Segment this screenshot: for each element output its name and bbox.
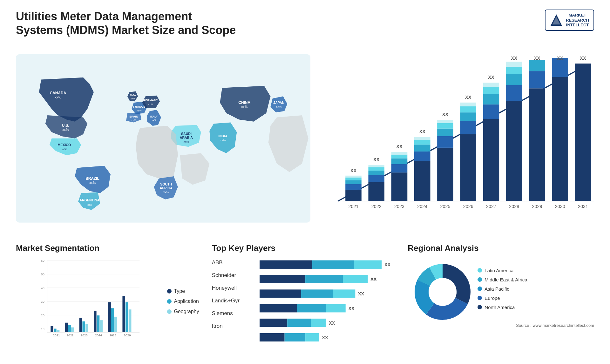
svg-rect-82 (506, 67, 522, 74)
svg-text:2025: 2025 (440, 204, 451, 209)
growth-chart-svg: XX XX XX XX (326, 46, 594, 234)
regional-legend: Latin America Middle East & Africa Asia … (478, 268, 527, 310)
players-section: Top Key Players ABB Schneider Honeywell … (212, 240, 398, 354)
svg-text:U.K.: U.K. (130, 93, 136, 96)
svg-rect-85 (529, 71, 545, 88)
legend-europe: Europe (478, 295, 527, 301)
svg-text:GERMANY: GERMANY (143, 99, 158, 102)
svg-text:XX: XX (465, 95, 471, 100)
svg-rect-37 (345, 190, 362, 201)
svg-rect-125 (71, 327, 74, 332)
svg-text:xx%: xx% (131, 119, 136, 122)
regional-title: Regional Analysis (408, 243, 594, 253)
svg-rect-86 (529, 60, 545, 71)
world-map-svg: CANADA xx% U.S. xx% MEXICO xx% BRAZIL xx… (16, 43, 310, 234)
svg-rect-53 (391, 152, 408, 155)
svg-rect-57 (414, 145, 430, 152)
svg-rect-64 (437, 123, 453, 129)
svg-rect-76 (483, 87, 499, 94)
svg-rect-75 (483, 94, 499, 105)
svg-rect-81 (506, 74, 522, 85)
svg-text:2029: 2029 (532, 204, 542, 209)
svg-rect-59 (414, 137, 430, 140)
logo: MARKET RESEARCH INTELLECT (545, 10, 594, 31)
svg-text:2031: 2031 (578, 204, 588, 209)
svg-text:2023: 2023 (394, 204, 404, 209)
svg-text:xx%: xx% (163, 191, 169, 194)
svg-rect-69 (460, 112, 477, 121)
svg-rect-123 (65, 323, 68, 332)
svg-text:xx%: xx% (148, 103, 153, 106)
svg-text:30: 30 (41, 300, 44, 303)
players-names: ABB Schneider Honeywell Landis+Gyr Sieme… (212, 257, 253, 355)
svg-rect-151 (260, 289, 301, 298)
svg-rect-46 (369, 167, 385, 171)
svg-rect-164 (284, 333, 305, 341)
svg-text:JAPAN: JAPAN (273, 101, 284, 105)
svg-rect-84 (529, 89, 545, 201)
svg-text:xx%: xx% (55, 95, 61, 99)
svg-text:U.S.: U.S. (62, 123, 69, 128)
legend-type: Type (167, 288, 199, 294)
logo-icon (550, 14, 563, 26)
segmentation-section: Market Segmentation 60 50 (16, 240, 202, 354)
svg-rect-77 (483, 83, 499, 87)
svg-rect-47 (369, 165, 385, 167)
svg-text:2022: 2022 (67, 334, 74, 337)
svg-text:XX: XX (396, 144, 403, 149)
page-title: Utilities Meter Data Management Systems … (16, 10, 238, 37)
svg-text:BRAZIL: BRAZIL (85, 176, 99, 181)
svg-text:XX: XX (350, 168, 357, 173)
players-content: ABB Schneider Honeywell Landis+Gyr Sieme… (212, 257, 398, 355)
svg-text:FRANCE: FRANCE (133, 105, 146, 108)
regional-content: Latin America Middle East & Africa Asia … (408, 257, 594, 320)
svg-text:2028: 2028 (509, 204, 519, 209)
svg-text:2025: 2025 (110, 334, 117, 337)
legend-mea: Middle East & Africa (478, 277, 527, 282)
svg-text:xx%: xx% (220, 139, 226, 142)
svg-rect-80 (506, 85, 522, 101)
svg-rect-65 (437, 120, 453, 123)
svg-rect-129 (85, 324, 88, 332)
svg-rect-56 (414, 152, 430, 161)
svg-rect-127 (79, 318, 82, 332)
svg-rect-43 (369, 182, 385, 201)
svg-text:2024: 2024 (95, 334, 102, 337)
svg-rect-63 (437, 129, 453, 136)
svg-text:XX: XX (358, 291, 364, 296)
svg-rect-51 (391, 158, 408, 164)
svg-rect-55 (414, 161, 430, 201)
svg-rect-153 (333, 289, 355, 298)
svg-rect-155 (260, 304, 297, 312)
svg-text:xx%: xx% (62, 128, 69, 131)
svg-text:SPAIN: SPAIN (129, 115, 138, 118)
svg-text:XX: XX (419, 129, 426, 134)
svg-rect-119 (51, 326, 53, 332)
svg-text:60: 60 (41, 259, 44, 262)
latin-america-dot (478, 268, 482, 273)
svg-text:XX: XX (322, 335, 328, 340)
svg-text:XX: XX (370, 277, 376, 282)
svg-text:XX: XX (580, 56, 586, 61)
svg-text:2023: 2023 (81, 334, 88, 337)
svg-text:xx%: xx% (276, 105, 282, 108)
svg-rect-131 (94, 311, 97, 332)
svg-text:2026: 2026 (124, 334, 131, 337)
player-siemens: Siemens (212, 310, 253, 317)
svg-text:XX: XX (488, 75, 494, 80)
svg-rect-136 (111, 308, 114, 332)
svg-text:xx%: xx% (87, 203, 92, 206)
svg-text:CHINA: CHINA (238, 101, 250, 105)
svg-text:20: 20 (41, 313, 44, 317)
player-itron: Itron (212, 323, 253, 329)
svg-text:XX: XX (384, 262, 390, 267)
svg-point-172 (429, 278, 457, 306)
player-abb: ABB (212, 260, 253, 266)
regional-section: Regional Analysis (408, 240, 594, 354)
world-map-section: CANADA xx% U.S. xx% MEXICO xx% BRAZIL xx… (16, 43, 310, 234)
svg-rect-79 (506, 101, 522, 201)
svg-rect-152 (301, 289, 333, 298)
legend-asia-pacific: Asia Pacific (478, 286, 527, 292)
growth-chart-section: XX XX XX XX (320, 43, 594, 234)
players-title: Top Key Players (212, 243, 398, 253)
